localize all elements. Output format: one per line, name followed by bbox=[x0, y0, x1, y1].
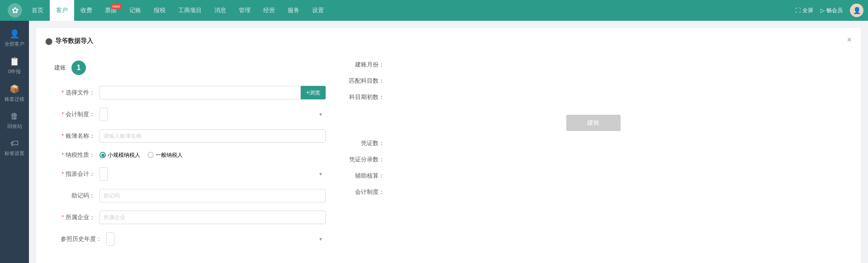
nav-badge-票据: new bbox=[111, 4, 121, 9]
subject-initial-row: 科目期初数： bbox=[344, 93, 843, 101]
right-accounting-system-label: 会计制度： bbox=[344, 188, 384, 196]
form-wrapper: 建账 1 * 选择文件： +浏览 bbox=[45, 56, 852, 258]
right-accounting-system-row: 会计制度： bbox=[344, 188, 843, 196]
sidebar-item-回收站[interactable]: 🗑回收站 bbox=[0, 107, 29, 134]
sidebar-label-账套迁移: 账套迁移 bbox=[5, 96, 24, 103]
play-icon: ▷ bbox=[821, 7, 825, 14]
auxiliary-accounting-label: 辅助核算： bbox=[344, 172, 384, 180]
mnemonic-input[interactable] bbox=[100, 189, 326, 202]
build-month-row: 建账月份： bbox=[344, 61, 843, 69]
card-title-text: 导爷数据导入 bbox=[55, 37, 93, 45]
sidebar-label-标签设置: 标签设置 bbox=[5, 150, 24, 157]
build-month-label: 建账月份： bbox=[344, 61, 384, 69]
assign-accountant-select-wrapper bbox=[100, 167, 326, 181]
voucher-entries-label: 凭证分录数： bbox=[344, 155, 384, 164]
mnemonic-row: 助记码： bbox=[54, 189, 326, 202]
import-card: ⬤ 导爷数据导入 × 建账 1 * 选择文件： bbox=[36, 28, 861, 263]
member-button[interactable]: ▷ 畅会员 bbox=[821, 7, 843, 14]
sidebar-item-全部客户[interactable]: 👤全部客户 bbox=[0, 24, 29, 52]
nav-item-首页[interactable]: 首页 bbox=[25, 0, 50, 21]
fullscreen-label: 全屏 bbox=[802, 7, 813, 14]
tax-type-row: * 纳税性质： 小规模纳税人 一般纳税人 bbox=[54, 151, 326, 159]
sidebar-label-回收站: 回收站 bbox=[7, 123, 22, 130]
build-btn-wrapper: 建账 bbox=[344, 115, 843, 131]
ledger-name-row: * 账簿名称： bbox=[54, 129, 326, 143]
ledger-name-label: * 账簿名称： bbox=[54, 132, 95, 140]
main-content: ⬤ 导爷数据导入 × 建账 1 * 选择文件： bbox=[29, 21, 868, 263]
voucher-entries-row: 凭证分录数： bbox=[344, 155, 843, 164]
ledger-name-input[interactable] bbox=[100, 129, 326, 143]
radio-small-scale[interactable]: 小规模纳税人 bbox=[100, 151, 140, 159]
mnemonic-label: 助记码： bbox=[54, 192, 95, 200]
form-left: 建账 1 * 选择文件： +浏览 bbox=[54, 61, 326, 254]
sidebar-icon-账套迁移: 📦 bbox=[9, 84, 19, 94]
form-right: 建账月份： 匹配科目数： 科目期初数： 建账 bbox=[344, 61, 843, 254]
enterprise-row: * 所属企业： bbox=[54, 211, 326, 224]
voucher-count-label: 凭证数： bbox=[344, 139, 384, 147]
assign-accountant-select[interactable] bbox=[100, 167, 108, 181]
auxiliary-accounting-row: 辅助核算： bbox=[344, 172, 843, 180]
nav-item-经营[interactable]: 经营 bbox=[257, 0, 281, 21]
accounting-system-label: * 会计制度： bbox=[54, 110, 95, 118]
nav-item-记账[interactable]: 记账 bbox=[123, 0, 147, 21]
accounting-system-select-wrapper bbox=[100, 108, 326, 121]
nav-item-收费[interactable]: 收费 bbox=[74, 0, 99, 21]
fullscreen-button[interactable]: ⛶ 全屏 bbox=[795, 7, 813, 14]
nav-item-服务[interactable]: 服务 bbox=[281, 0, 306, 21]
file-browse-group: +浏览 bbox=[100, 86, 326, 99]
step-header: 建账 1 bbox=[54, 61, 326, 75]
card-title: ⬤ 导爷数据导入 bbox=[45, 37, 852, 45]
sidebar-icon-标签设置: 🏷 bbox=[10, 139, 19, 148]
historical-year-select-wrapper bbox=[106, 232, 326, 246]
match-subjects-row: 匹配科目数： bbox=[344, 77, 843, 85]
nav-item-设置[interactable]: 设置 bbox=[306, 0, 330, 21]
assign-accountant-label: * 指派会计： bbox=[54, 170, 95, 178]
step-circle: 1 bbox=[71, 61, 86, 75]
nav-item-票据[interactable]: 票据new bbox=[99, 0, 123, 21]
app-logo: ✿ bbox=[5, 0, 25, 21]
nav-item-工商项目[interactable]: 工商项目 bbox=[172, 0, 208, 21]
radio-general[interactable]: 一般纳税人 bbox=[147, 151, 183, 159]
assign-accountant-row: * 指派会计： bbox=[54, 167, 326, 181]
sidebar-item-0申报[interactable]: 📋0申报 bbox=[0, 52, 29, 80]
close-button[interactable]: × bbox=[847, 35, 852, 45]
required-star: * bbox=[62, 89, 64, 96]
step-label: 建账 bbox=[54, 64, 66, 72]
sidebar-label-全部客户: 全部客户 bbox=[5, 41, 24, 47]
sidebar-icon-0申报: 📋 bbox=[9, 56, 19, 66]
radio-small-scale-dot bbox=[100, 152, 106, 158]
browse-button[interactable]: +浏览 bbox=[301, 86, 326, 99]
sidebar: 👤全部客户📋0申报📦账套迁移🗑回收站🏷标签设置 bbox=[0, 21, 29, 263]
main-layout: 👤全部客户📋0申报📦账套迁移🗑回收站🏷标签设置 ⬤ 导爷数据导入 × 建账 1 bbox=[0, 21, 868, 263]
voucher-count-row: 凭证数： bbox=[344, 139, 843, 147]
tax-type-label: * 纳税性质： bbox=[54, 151, 95, 159]
subject-initial-label: 科目期初数： bbox=[344, 93, 384, 101]
nav-item-报税[interactable]: 报税 bbox=[147, 0, 172, 21]
file-select-row: * 选择文件： +浏览 bbox=[54, 86, 326, 99]
enterprise-input[interactable] bbox=[100, 211, 326, 224]
historical-year-label: 参照历史年度： bbox=[54, 235, 102, 243]
file-input[interactable] bbox=[100, 86, 301, 99]
enterprise-label: * 所属企业： bbox=[54, 213, 95, 221]
tax-type-radio-group: 小规模纳税人 一般纳税人 bbox=[100, 151, 183, 159]
sidebar-item-账套迁移[interactable]: 📦账套迁移 bbox=[0, 80, 29, 107]
nav-right: ⛶ 全屏 ▷ 畅会员 👤 bbox=[795, 4, 863, 17]
build-button[interactable]: 建账 bbox=[566, 115, 621, 131]
avatar-icon: 👤 bbox=[853, 7, 861, 14]
nav-item-管理[interactable]: 管理 bbox=[232, 0, 257, 21]
historical-year-select[interactable] bbox=[106, 232, 114, 246]
top-navigation: ✿ 首页客户收费票据new记账报税工商项目消息管理经营服务设置 ⛶ 全屏 ▷ 畅… bbox=[0, 0, 868, 21]
nav-item-消息[interactable]: 消息 bbox=[208, 0, 232, 21]
sidebar-item-标签设置[interactable]: 🏷标签设置 bbox=[0, 134, 29, 161]
nav-item-客户[interactable]: 客户 bbox=[50, 0, 74, 21]
match-subjects-label: 匹配科目数： bbox=[344, 77, 384, 85]
accounting-system-select[interactable] bbox=[100, 108, 108, 121]
member-label: 畅会员 bbox=[826, 7, 843, 14]
avatar[interactable]: 👤 bbox=[850, 4, 863, 17]
sidebar-icon-回收站: 🗑 bbox=[10, 112, 19, 121]
fullscreen-icon: ⛶ bbox=[795, 7, 801, 14]
radio-general-dot bbox=[147, 152, 154, 158]
file-select-label: * 选择文件： bbox=[54, 89, 95, 97]
import-icon: ⬤ bbox=[45, 38, 52, 45]
historical-year-row: 参照历史年度： bbox=[54, 232, 326, 246]
